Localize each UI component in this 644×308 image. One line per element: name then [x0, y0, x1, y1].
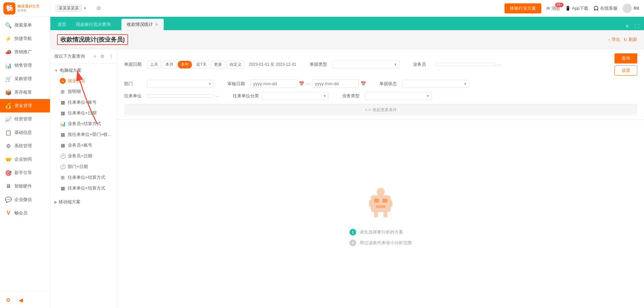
- tab-bank-close[interactable]: ✕: [113, 22, 116, 27]
- date-btn-custom[interactable]: 自定义: [226, 61, 245, 68]
- refresh-button[interactable]: ↻ 刷新: [624, 37, 637, 43]
- voucher-type-select[interactable]: ▾: [332, 60, 399, 68]
- sidebar-item-ops[interactable]: 📈 经营管理: [0, 112, 50, 126]
- sidebar-item-sales[interactable]: 📊 销售管理: [0, 59, 50, 72]
- dept-date-icon: 🕐: [60, 164, 66, 170]
- close-window-icon[interactable]: ✕: [624, 22, 631, 30]
- sidebar-item-purchase[interactable]: 🛒 采购管理: [0, 72, 50, 86]
- review-date-start[interactable]: [250, 80, 297, 88]
- tree-item-unit-account[interactable]: ▦ 往来单位+账号: [50, 97, 117, 108]
- sidebar-collapse-button[interactable]: ◀: [16, 295, 25, 305]
- sidebar-item-system[interactable]: ⚙ 系统管理: [0, 139, 50, 153]
- query-button[interactable]: 查询: [614, 53, 637, 63]
- unit-dept-icon: ▦: [60, 132, 66, 138]
- logo-area: 畅 畅捷通好生意 标准版: [0, 0, 50, 17]
- sidebar-item-guide[interactable]: 🎯 新手引导: [0, 166, 50, 179]
- collapse-panel-button[interactable]: 《: [107, 53, 113, 60]
- partner-more-icon[interactable]: ···: [216, 94, 219, 99]
- date-btn-this-year[interactable]: 本年: [178, 61, 192, 68]
- trial-button[interactable]: 体验行业方案: [504, 3, 541, 13]
- topbar-right: ✉ 消息 99+ 📱 App下载 🎧 在线客服 Rit: [546, 4, 639, 13]
- empty-step-1: 1 请先选择要分析的方案: [350, 229, 412, 236]
- tab-collection-close[interactable]: ✕: [155, 22, 158, 27]
- tree-item-by-salesperson[interactable]: 人 按业务员: [50, 75, 117, 86]
- sidebar-item-inventory[interactable]: 📦 库存核算: [0, 86, 50, 99]
- ops-icon: 📈: [5, 116, 12, 122]
- filter-row-2: 部门 ▾ 审核日期 📅 — 📅: [124, 80, 637, 88]
- tree-item-by-detail[interactable]: ⊞ 按明细: [50, 86, 117, 97]
- tree-item-unit-dept[interactable]: ▦ 按往来单位+部门+收...: [50, 129, 117, 140]
- sidebar-item-hardware[interactable]: 🖥 智能硬件: [0, 179, 50, 193]
- avatar-image: [623, 4, 632, 13]
- sidebar-settings-button[interactable]: ⚙: [3, 295, 13, 305]
- maximize-window-icon[interactable]: ⛶: [633, 22, 641, 30]
- app-download-button[interactable]: 📱 App下载: [565, 5, 588, 11]
- tree-mobile-header[interactable]: ▶ 移动端方案: [50, 197, 117, 207]
- finance-icon: 💰: [5, 102, 12, 109]
- system-icon: ⚙: [5, 143, 12, 149]
- salesperson-date-icon: 🕐: [60, 153, 66, 159]
- sidebar-item-quicknav-label: 快捷导航: [14, 36, 32, 42]
- collapse-bar[interactable]: ∧∧ 收起更多条件: [124, 104, 637, 115]
- salesperson-select[interactable]: [436, 63, 496, 66]
- unit-account-icon: ▦: [60, 99, 66, 105]
- partner-select[interactable]: [147, 94, 214, 98]
- svg-rect-1: [371, 195, 391, 212]
- empty-step-2: 2 用过滤条件来缩小分析范围: [350, 240, 412, 246]
- tree-item-dept-date-label: 部门+日期: [68, 164, 88, 170]
- topbar-settings-icon[interactable]: ⚙: [96, 5, 101, 11]
- calendar-start-icon[interactable]: 📅: [299, 81, 304, 86]
- sidebar-item-quicknav[interactable]: ⚡ 快捷导航: [0, 32, 50, 45]
- export-button[interactable]: ↑ 导出: [608, 37, 621, 43]
- tree-item-salesperson-date[interactable]: 🕐 业务员+日期: [50, 151, 117, 161]
- voucher-state-select[interactable]: ▾: [402, 80, 469, 88]
- settings-scheme-button[interactable]: ⚙: [100, 53, 105, 60]
- sidebar-item-wechat-label: 企业微信: [14, 197, 32, 203]
- sidebar-item-corp[interactable]: 🤝 企业协同: [0, 153, 50, 166]
- calendar-end-icon[interactable]: 📅: [361, 81, 366, 86]
- tab-home[interactable]: 首页: [54, 19, 70, 30]
- dept-select[interactable]: ▾: [147, 80, 214, 88]
- sidebar-item-finance[interactable]: 💰 资金管理: [0, 99, 50, 112]
- sidebar-item-search[interactable]: 🔍 搜索菜单: [0, 18, 50, 32]
- svg-rect-5: [369, 200, 372, 207]
- tree-mobile-arrow: ▶: [54, 200, 57, 204]
- review-date-end[interactable]: [312, 80, 359, 88]
- date-btn-7days[interactable]: 近7天: [193, 61, 210, 68]
- tree-item-salesperson-settlement[interactable]: 📊 业务员+结算方式: [50, 118, 117, 129]
- tree-item-unit-date[interactable]: ▦ 往来单位+日期: [50, 108, 117, 118]
- online-service-button[interactable]: 🎧 在线客服: [593, 5, 618, 11]
- messages-button[interactable]: ✉ 消息 99+: [546, 5, 560, 11]
- date-btn-more[interactable]: 更多: [211, 61, 225, 68]
- date-btn-last-month[interactable]: 上月: [147, 61, 161, 68]
- partner-category-select[interactable]: ▾: [262, 92, 329, 100]
- voucher-state-group: 单据状态 ▾: [379, 80, 469, 88]
- sidebar-item-system-label: 系统管理: [14, 143, 32, 149]
- sidebar-item-basic[interactable]: 📋 基础信息: [0, 126, 50, 139]
- unit-date-icon: ▦: [60, 110, 66, 116]
- tab-bank[interactable]: 现金银行流水查询 ✕: [70, 19, 121, 30]
- tree-item-salesperson-settlement-label: 业务员+结算方式: [68, 121, 101, 127]
- sidebar-item-marketing[interactable]: 📣 营销推广: [0, 45, 50, 59]
- export-icon: ↑: [608, 37, 610, 42]
- tree-item-dept-date[interactable]: 🕐 部门+日期: [50, 161, 117, 172]
- tree-desktop-header[interactable]: ▼ 电脑端方案: [50, 65, 117, 75]
- sidebar-item-finance-label: 资金管理: [14, 103, 32, 109]
- tree-item-unit-settlement2[interactable]: ▦ 往来单位+结算方式: [50, 183, 117, 194]
- empty-illustration: [361, 182, 401, 222]
- sidebar-item-member[interactable]: V 畅会员: [0, 206, 50, 220]
- add-scheme-button[interactable]: ＋: [92, 53, 98, 60]
- biz-type-select[interactable]: ▾: [365, 92, 432, 100]
- tabs-right-actions: ✕ ⛶: [624, 22, 641, 30]
- tree-item-salesperson-account[interactable]: ▦ 业务员+账号: [50, 140, 117, 151]
- user-avatar[interactable]: Rit: [623, 4, 639, 13]
- sidebar-item-wechat[interactable]: 💬 企业微信: [0, 193, 50, 206]
- salesperson-more-icon[interactable]: ···: [498, 62, 501, 67]
- tree-item-unit-settlement1[interactable]: ⊞ 往来单位+结算方式: [50, 172, 117, 183]
- svg-rect-6: [390, 200, 392, 207]
- date-btn-this-month[interactable]: 本月: [162, 61, 176, 68]
- tab-collection[interactable]: 收款情况统计 ✕: [121, 19, 164, 30]
- filter-settings-button[interactable]: 设置: [614, 65, 637, 75]
- salesperson-select-wrapper: ···: [436, 62, 501, 67]
- company-dropdown-icon[interactable]: ▾: [84, 6, 86, 11]
